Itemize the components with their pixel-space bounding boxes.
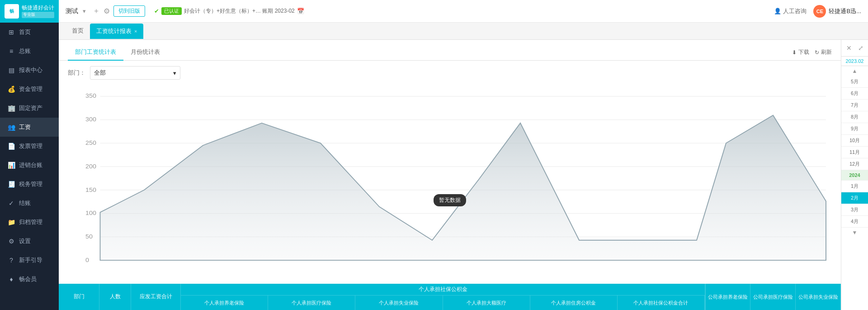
certified-badge: 已认证: [161, 7, 182, 15]
sidebar-label: 税务管理: [19, 180, 42, 188]
download-icon: ⬇: [792, 49, 797, 56]
th-dept: 部门: [59, 284, 99, 310]
sidebar-logo: 畅 畅捷通好会计 专业版: [0, 0, 59, 23]
sidebar-item-资金管理[interactable]: 💰 资金管理: [0, 80, 59, 99]
chart-container: 350 300 250 200 150 100 50 0: [59, 85, 841, 284]
sidebar-label: 资金管理: [19, 85, 42, 93]
th-company-pension: 公司承担养老保险: [705, 284, 750, 310]
sidebar-item-首页[interactable]: ⊞ 首页: [0, 23, 59, 42]
year-header-2024: 2024: [841, 170, 868, 181]
sidebar-label: 固定资产: [19, 104, 42, 112]
topbar-dropdown-arrow[interactable]: ▾: [83, 8, 86, 14]
sidebar-icon: ⚙: [7, 238, 15, 245]
svg-text:150: 150: [85, 186, 96, 193]
th-personal-unemployment: 个人承担失业保险: [355, 296, 443, 310]
tab-close-icon[interactable]: ×: [134, 29, 137, 34]
sidebar-item-畅会员[interactable]: ♦ 畅会员: [0, 270, 59, 289]
sidebar-item-结账[interactable]: ✓ 结账: [0, 194, 59, 213]
sidebar-label: 首页: [19, 28, 31, 36]
refresh-button[interactable]: ↻ 刷新: [815, 48, 832, 56]
month-item[interactable]: 10月: [841, 135, 868, 147]
month-item[interactable]: 2月: [841, 192, 868, 204]
user-menu[interactable]: CE 轻捷通B迅...: [813, 5, 861, 18]
month-item[interactable]: 11月: [841, 147, 868, 158]
sidebar-item-固定资产[interactable]: 🏢 固定资产: [0, 99, 59, 118]
right-sidebar-top: ✕ ⤢: [841, 40, 868, 57]
topbar-status: ✔ 已认证 好会计（专）+好生意（标）+… 账期 2023-02 📅: [154, 7, 304, 15]
sidebar-item-税务管理[interactable]: 🧾 税务管理: [0, 175, 59, 194]
month-item[interactable]: 1月: [841, 181, 868, 192]
scroll-down-button[interactable]: ▼: [841, 228, 868, 238]
chart-svg: 350 300 250 200 150 100 50 0: [68, 90, 832, 279]
sidebar: 畅 畅捷通好会计 专业版 ⊞ 首页≡ 总账▤ 报表中心💰 资金管理🏢 固定资产👥: [0, 0, 59, 310]
svg-text:0: 0: [85, 256, 89, 263]
th-personal-pension: 个人承担养老保险: [181, 296, 268, 310]
expand-panel-icon[interactable]: ⤢: [856, 43, 865, 52]
svg-text:300: 300: [85, 116, 96, 123]
sidebar-item-报表中心[interactable]: ▤ 报表中心: [0, 61, 59, 80]
table-header: 部门 人数 应发工资合计 个人承担社保公积金 个人承担养老保险: [59, 284, 841, 310]
sidebar-item-总账[interactable]: ≡ 总账: [0, 42, 59, 61]
month-item[interactable]: 5月: [841, 76, 868, 88]
select-arrow-icon: ▾: [173, 70, 176, 76]
sidebar-icon: ▤: [7, 67, 15, 74]
sidebar-item-工资[interactable]: 👥 工资: [0, 118, 59, 137]
th-personal-medical: 个人承担医疗保险: [268, 296, 355, 310]
help-button[interactable]: 👤 人工咨询: [774, 7, 807, 15]
close-panel-icon[interactable]: ✕: [844, 43, 854, 52]
user-name: 轻捷通B迅...: [829, 7, 861, 15]
sub-tab-month[interactable]: 月份统计表: [123, 44, 167, 61]
sidebar-label: 报表中心: [19, 66, 42, 74]
sub-tab-actions: ⬇ 下载 ↻ 刷新: [792, 48, 832, 56]
month-item[interactable]: 7月: [841, 100, 868, 111]
month-item[interactable]: 8月: [841, 111, 868, 123]
scroll-up-button[interactable]: ▲: [841, 66, 868, 76]
sidebar-label: 设置: [19, 237, 31, 245]
sidebar-label: 总账: [19, 47, 31, 55]
sidebar-icon: ♦: [7, 276, 15, 283]
sidebar-label: 归档管理: [19, 218, 42, 226]
tab-home[interactable]: 首页: [66, 23, 90, 39]
tab-salary-report[interactable]: 工资统计报表 ×: [90, 24, 143, 39]
th-personal-group-header: 个人承担社保公积金: [181, 284, 705, 296]
help-icon: 👤: [774, 8, 781, 14]
month-item[interactable]: 12月: [841, 158, 868, 170]
content-area: 部门工资统计表 月份统计表 ⬇ 下载 ↻ 刷新: [59, 40, 868, 310]
svg-text:100: 100: [85, 210, 96, 217]
add-icon[interactable]: ＋: [93, 6, 100, 16]
svg-text:350: 350: [85, 92, 96, 100]
th-personal-group: 个人承担社保公积金 个人承担养老保险 个人承担医疗保险 个人承担失业保险: [181, 284, 705, 310]
th-headcount: 人数: [99, 284, 131, 310]
avatar: CE: [813, 5, 826, 18]
dept-select[interactable]: 全部 ▾: [90, 66, 180, 80]
year-label: 2023.02: [841, 57, 868, 66]
th-personal-major-medical: 个人承担大额医疗: [443, 296, 530, 310]
sidebar-item-新手引导[interactable]: ? 新手引导: [0, 251, 59, 270]
topbar-actions: ＋ ⚙ 切到旧版: [93, 5, 145, 17]
tab-bar: 首页 工资统计报表 ×: [59, 23, 868, 40]
month-item[interactable]: 4月: [841, 216, 868, 228]
sub-tab-dept[interactable]: 部门工资统计表: [68, 44, 123, 61]
th-company-unemployment: 公司承担失业保险: [796, 284, 841, 310]
sidebar-icon: ?: [7, 257, 15, 264]
sidebar-icon: ≡: [7, 48, 15, 55]
sidebar-label: 新手引导: [19, 256, 42, 264]
sidebar-item-归档管理[interactable]: 📁 归档管理: [0, 213, 59, 232]
switch-version-button[interactable]: 切到旧版: [113, 5, 145, 17]
month-item[interactable]: 9月: [841, 123, 868, 135]
chart-area: [100, 115, 826, 260]
sidebar-icon: 👥: [7, 124, 15, 131]
sidebar-label: 结账: [19, 199, 31, 207]
sidebar-item-发票管理[interactable]: 📄 发票管理: [0, 137, 59, 156]
download-button[interactable]: ⬇ 下载: [792, 48, 809, 56]
svg-text:250: 250: [85, 139, 96, 146]
month-item[interactable]: 6月: [841, 88, 868, 100]
settings-icon[interactable]: ⚙: [104, 7, 110, 15]
th-personal-total: 个人承担社保公积金合计: [618, 296, 705, 310]
topbar-right: 👤 人工咨询 CE 轻捷通B迅...: [774, 5, 861, 18]
sidebar-item-设置[interactable]: ⚙ 设置: [0, 232, 59, 251]
main-panel: 部门工资统计表 月份统计表 ⬇ 下载 ↻ 刷新: [59, 40, 841, 310]
filter-bar: 部门： 全部 ▾: [59, 61, 841, 85]
sidebar-item-进销台账[interactable]: 📊 进销台账: [0, 156, 59, 175]
month-item[interactable]: 3月: [841, 204, 868, 216]
